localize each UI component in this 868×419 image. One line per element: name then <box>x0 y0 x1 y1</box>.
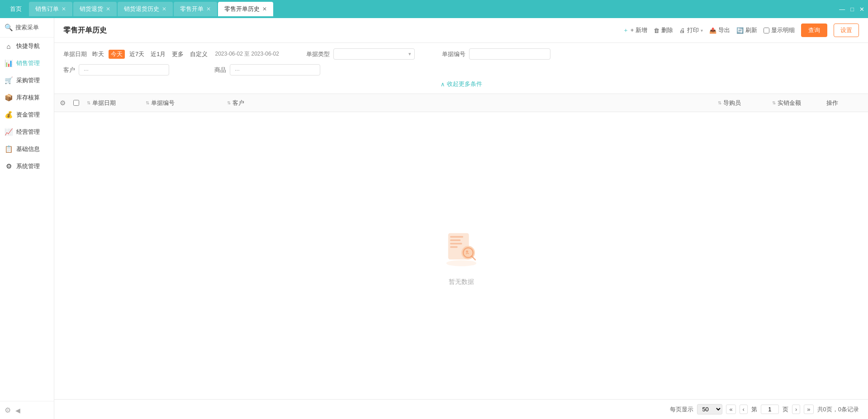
tab-home-label: 首页 <box>10 5 22 13</box>
tab-sales-return-history[interactable]: 销货退货历史 ✕ <box>118 2 173 16</box>
add-label: + 新增 <box>631 26 647 34</box>
query-button[interactable]: 查询 <box>801 24 827 37</box>
sidebar-item-basic-info-label: 基础信息 <box>16 145 40 153</box>
tab-retail-open-history-close[interactable]: ✕ <box>262 6 267 12</box>
add-button[interactable]: ＋ + 新增 <box>623 26 647 34</box>
tab-sales-return[interactable]: 销货退货 ✕ <box>73 2 117 16</box>
customer-placeholder: ··· <box>84 66 89 73</box>
sidebar-bottom: ⚙ ◀ <box>0 401 54 419</box>
tab-retail-open-label: 零售开单 <box>180 5 204 13</box>
goods-input[interactable]: ··· <box>230 64 320 75</box>
prev-page-button[interactable]: ‹ <box>740 405 748 414</box>
page-prefix: 第 <box>751 405 757 414</box>
pagination: 每页显示 10 20 50 100 « ‹ 第 页 › » 共0页，0条记录 <box>54 399 868 419</box>
tab-retail-open[interactable]: 零售开单 ✕ <box>174 2 217 16</box>
next-page-button[interactable]: › <box>792 405 800 414</box>
tab-sales-return-close[interactable]: ✕ <box>106 6 110 12</box>
tab-sales-order-close[interactable]: ✕ <box>62 6 66 12</box>
date-option-custom[interactable]: 自定义 <box>188 49 209 59</box>
table-header: ⚙ ⇅ 单据日期 ⇅ 单据编号 ⇅ 客户 ⇅ 导购员 <box>54 94 868 112</box>
sidebar-item-finance[interactable]: 💰 资金管理 <box>0 106 54 123</box>
delete-button[interactable]: 🗑 删除 <box>654 26 673 34</box>
minimize-button[interactable]: — <box>839 6 845 13</box>
date-option-yesterday[interactable]: 昨天 <box>90 49 106 59</box>
date-option-today[interactable]: 今天 <box>109 50 125 59</box>
tab-sales-order-label: 销售订单 <box>35 5 59 13</box>
sys-mgmt-icon: ⚙ <box>5 162 13 170</box>
col-header-num[interactable]: ⇅ 单据编号 <box>146 99 227 107</box>
page-unit: 页 <box>783 405 788 414</box>
select-all-checkbox[interactable] <box>73 100 79 106</box>
sidebar-settings-icon[interactable]: ⚙ <box>5 406 11 414</box>
date-filter-group: 单据日期 昨天 今天 近7天 近1月 更多 自定义 2023-06-02 至 2… <box>63 49 279 59</box>
sidebar-search-label: 搜索采单 <box>15 24 39 32</box>
doc-type-label: 单据类型 <box>306 50 330 58</box>
sidebar-search[interactable]: 🔍 搜索采单 <box>0 18 54 38</box>
setting-button[interactable]: 设置 <box>834 24 859 37</box>
main-layout: 🔍 搜索采单 ⌂ 快捷导航 📊 销售管理 🛒 采购管理 📦 库存核算 💰 资金管… <box>0 18 868 419</box>
doc-num-label: 单据编号 <box>442 50 465 58</box>
sidebar-collapse-icon[interactable]: ◀ <box>15 407 20 414</box>
date-option-1month[interactable]: 近1月 <box>149 49 167 59</box>
sidebar-item-quick-nav[interactable]: ⌂ 快捷导航 <box>0 38 54 55</box>
display-cols-toggle[interactable]: 显示明细 <box>764 26 795 34</box>
tab-retail-open-close[interactable]: ✕ <box>206 6 211 12</box>
customer-input[interactable]: ··· <box>79 64 169 75</box>
date-option-more[interactable]: 更多 <box>170 49 185 59</box>
sidebar-item-basic-info[interactable]: 📋 基础信息 <box>0 141 54 158</box>
current-page-input[interactable] <box>761 405 779 414</box>
close-button[interactable]: ✕ <box>859 6 864 13</box>
sidebar-item-inventory[interactable]: 📦 库存核算 <box>0 89 54 106</box>
export-button[interactable]: 📤 导出 <box>709 26 730 34</box>
add-icon: ＋ <box>623 26 629 34</box>
sidebar-item-sales-mgmt[interactable]: 📊 销售管理 <box>0 55 54 72</box>
col-guide-label: 导购员 <box>723 99 741 107</box>
operations-icon: 📈 <box>5 128 13 136</box>
filter-row-1: 单据日期 昨天 今天 近7天 近1月 更多 自定义 2023-06-02 至 2… <box>63 48 859 60</box>
print-button[interactable]: 🖨 打印 ▾ <box>679 26 703 34</box>
last-page-button[interactable]: » <box>804 405 813 414</box>
sidebar-item-operations[interactable]: 📈 经营管理 <box>0 123 54 141</box>
svg-rect-3 <box>450 239 460 240</box>
tab-home[interactable]: 首页 <box>4 2 28 16</box>
display-cols-label: 显示明细 <box>771 26 795 34</box>
maximize-button[interactable]: □ <box>850 6 854 13</box>
tab-retail-open-history[interactable]: 零售开单历史 ✕ <box>218 2 273 16</box>
sidebar-item-inventory-label: 库存核算 <box>16 94 40 102</box>
sidebar-item-purchase-mgmt-label: 采购管理 <box>16 76 40 85</box>
finance-icon: 💰 <box>5 111 13 119</box>
date-option-7days[interactable]: 近7天 <box>128 49 146 59</box>
col-header-action: 操作 <box>826 99 863 107</box>
doc-type-select[interactable] <box>333 48 415 60</box>
refresh-button[interactable]: 🔄 刷新 <box>736 26 757 34</box>
sidebar-item-sys-mgmt[interactable]: ⚙ 系统管理 <box>0 158 54 175</box>
sidebar: 🔍 搜索采单 ⌂ 快捷导航 📊 销售管理 🛒 采购管理 📦 库存核算 💰 资金管… <box>0 18 54 419</box>
col-header-guide[interactable]: ⇅ 导购员 <box>718 99 772 107</box>
svg-rect-4 <box>450 243 462 244</box>
column-settings-icon[interactable]: ⚙ <box>60 99 73 107</box>
delete-icon: 🗑 <box>654 27 659 34</box>
sort-icon-amount: ⇅ <box>772 100 776 105</box>
purchase-icon: 🛒 <box>5 76 13 85</box>
svg-rect-2 <box>450 236 463 237</box>
tab-sales-order[interactable]: 销售订单 ✕ <box>29 2 72 16</box>
collapse-row[interactable]: ∧ 收起更多条件 <box>63 80 859 88</box>
col-header-amount[interactable]: ⇅ 实销金额 <box>772 99 826 107</box>
sidebar-item-purchase-mgmt[interactable]: 🛒 采购管理 <box>0 72 54 89</box>
doc-type-filter-group: 单据类型 <box>306 48 415 60</box>
doc-num-input[interactable] <box>469 48 550 60</box>
sidebar-item-sys-mgmt-label: 系统管理 <box>16 162 40 170</box>
svg-rect-5 <box>450 246 458 247</box>
page-title: 零售开单历史 <box>63 26 107 35</box>
page-size-select[interactable]: 10 20 50 100 <box>697 404 722 414</box>
display-cols-checkbox[interactable] <box>764 28 769 33</box>
filter-row-2: 客户 ··· 商品 ··· <box>63 64 859 75</box>
col-header-date[interactable]: ⇅ 单据日期 <box>87 99 146 107</box>
goods-label: 商品 <box>214 66 226 74</box>
first-page-button[interactable]: « <box>726 405 735 414</box>
col-header-client[interactable]: ⇅ 客户 <box>227 99 718 107</box>
date-filter-label: 单据日期 <box>63 50 87 58</box>
refresh-icon: 🔄 <box>736 27 744 34</box>
header-checkbox-wrap <box>73 100 87 106</box>
tab-sales-return-history-close[interactable]: ✕ <box>162 6 166 12</box>
